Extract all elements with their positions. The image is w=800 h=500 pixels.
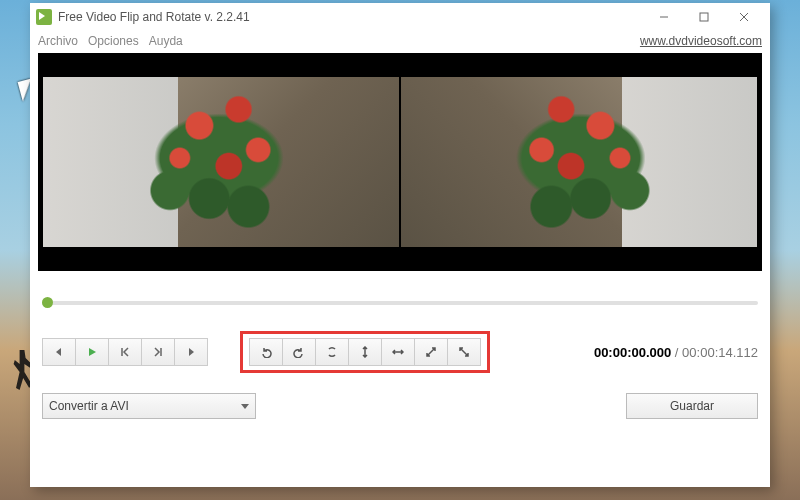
save-button[interactable]: Guardar: [626, 393, 758, 419]
preview-transformed: [401, 77, 757, 247]
close-button[interactable]: [724, 3, 764, 31]
output-format-value: Convertir a AVI: [49, 399, 129, 413]
rotate-180-button[interactable]: [315, 338, 349, 366]
rotate-cw-button[interactable]: [282, 338, 316, 366]
svg-rect-0: [700, 13, 708, 21]
window-controls: [644, 3, 764, 31]
time-total: 00:00:14.112: [682, 345, 758, 360]
transform-controls: [249, 338, 481, 366]
output-format-dropdown[interactable]: Convertir a AVI: [42, 393, 256, 419]
video-preview-area: [38, 53, 762, 271]
preview-original: [43, 77, 399, 247]
app-icon: [36, 9, 52, 25]
titlebar[interactable]: Free Video Flip and Rotate v. 2.2.41: [30, 3, 770, 31]
menu-opciones[interactable]: Opciones: [88, 34, 139, 48]
menubar: Archivo Opciones Auyda www.dvdvideosoft.…: [30, 31, 770, 51]
timecode: 00:00:00.000 / 00:00:14.112: [594, 345, 758, 360]
save-label: Guardar: [670, 399, 714, 413]
playhead-icon[interactable]: [42, 297, 53, 308]
minimize-button[interactable]: [644, 3, 684, 31]
menu-archivo[interactable]: Archivo: [38, 34, 78, 48]
frame-back-button[interactable]: [108, 338, 142, 366]
playback-controls: [42, 338, 208, 366]
flip-diag1-button[interactable]: [414, 338, 448, 366]
time-sep: /: [671, 345, 682, 360]
time-current: 00:00:00.000: [594, 345, 671, 360]
prev-button[interactable]: [42, 338, 76, 366]
menu-ayuda[interactable]: Auyda: [149, 34, 183, 48]
flip-horizontal-button[interactable]: [381, 338, 415, 366]
frame-fwd-button[interactable]: [141, 338, 175, 366]
window-title: Free Video Flip and Rotate v. 2.2.41: [58, 10, 250, 24]
bottom-row: Convertir a AVI Guardar: [42, 393, 758, 419]
play-button[interactable]: [75, 338, 109, 366]
flip-diag2-button[interactable]: [447, 338, 481, 366]
maximize-button[interactable]: [684, 3, 724, 31]
transform-controls-highlight: [240, 331, 490, 373]
rotate-ccw-button[interactable]: [249, 338, 283, 366]
timeline-slider[interactable]: [42, 301, 758, 305]
app-window: Free Video Flip and Rotate v. 2.2.41 Arc…: [30, 3, 770, 487]
next-button[interactable]: [174, 338, 208, 366]
website-link[interactable]: www.dvdvideosoft.com: [640, 34, 762, 48]
controls-row: 00:00:00.000 / 00:00:14.112: [42, 331, 758, 373]
flip-vertical-button[interactable]: [348, 338, 382, 366]
